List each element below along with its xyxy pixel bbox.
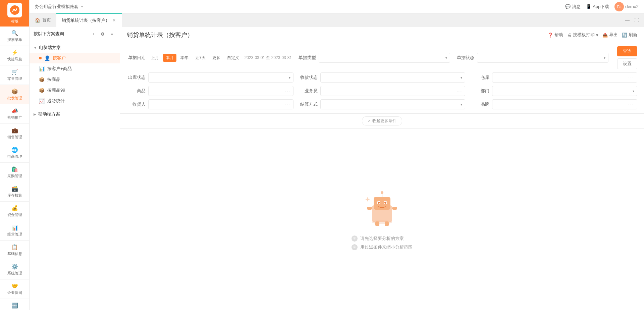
scheme-item-by-customer[interactable]: 👤 按客户 [30, 53, 120, 63]
scheme-group-desktop-header[interactable]: ▼ 电脑端方案 [30, 43, 120, 53]
scheme-add-button[interactable]: + [90, 30, 97, 38]
empty-hint-1: ① 请先选择要分析的方案 [352, 236, 413, 242]
hint-2-text: 用过滤条件来缩小分析范围 [360, 244, 413, 250]
brand-input[interactable]: ··· [492, 99, 637, 109]
scheme-item-by-product[interactable]: 📦 按商品 [30, 74, 120, 85]
tab-sales-stat[interactable]: 销货单统计表（按客户） ✕ [56, 13, 122, 27]
system-icon: ⚙️ [11, 263, 18, 270]
scheme-item-return-stat[interactable]: 📈 退货统计 [30, 96, 120, 106]
settlement-dropdown-icon: ▾ [461, 103, 462, 106]
header-dropdown-icon[interactable]: ▾ [81, 5, 83, 8]
salesperson-input[interactable]: ··· [320, 86, 466, 96]
print-icon: 🖨 [567, 33, 572, 38]
tab-home[interactable]: 🏠 首页 [30, 13, 56, 27]
tab-close-icon[interactable]: ✕ [112, 17, 116, 23]
date-btn-custom[interactable]: 自定义 [224, 54, 242, 62]
sidebar-item-shortcut[interactable]: ⚡ 快捷导航 [0, 46, 29, 65]
scheme-group-desktop: ▼ 电脑端方案 👤 按客户 📊 按客户+商品 📦 按商品 📦 [30, 41, 120, 108]
user-profile[interactable]: Ea demo2 [614, 2, 639, 11]
svg-rect-12 [375, 221, 379, 226]
date-btn-last-7days[interactable]: 近7天 [193, 54, 208, 62]
doc-status-input[interactable]: ▾ [477, 53, 608, 63]
hint-2-num: ② [352, 244, 358, 250]
sidebar-item-inventory[interactable]: 🗃️ 库存核算 [0, 182, 29, 202]
page-title-row: 销货单统计表（按客户） ❓ 帮助 🖨 按模板打印 ▾ 📤 [127, 31, 637, 39]
sidebar-item-wholesale[interactable]: 📦 批发管理 [0, 85, 29, 104]
sidebar: 标版 🔍 搜索菜单 ⚡ 快捷导航 🛒 零售管理 📦 批发管理 📣 营销推广 💼 … [0, 0, 30, 310]
sidebar-item-search[interactable]: 🔍 搜索菜单 [0, 27, 29, 46]
filter-brand-field: 品牌 ··· [471, 99, 637, 109]
app-download-action[interactable]: 📱 App下载 [586, 4, 609, 10]
filter-row-3: 商品 ··· 业务员 ··· 部门 [127, 86, 637, 96]
product-input[interactable]: ··· [148, 86, 293, 96]
print-dropdown-icon: ▾ [596, 33, 598, 38]
settlement-input[interactable]: ▾ [320, 99, 466, 109]
collapse-conditions-button[interactable]: ∧ 收起更多条件 [362, 116, 402, 125]
svg-point-9 [381, 191, 383, 194]
refresh-action[interactable]: 🔄 刷新 [622, 32, 637, 38]
enterprise-icon: 🤝 [11, 283, 18, 289]
doc-type-input[interactable]: ▾ [319, 53, 450, 63]
page-content: 按以下方案查询 + ⚙ « ▼ 电脑端方案 👤 按客户 📊 [30, 27, 644, 310]
maximize-button[interactable]: ⛶ [633, 17, 640, 23]
brand-dots: ··· [628, 102, 634, 107]
out-status-label: 出库状态 [127, 74, 146, 81]
receiver-input[interactable]: ··· [148, 99, 293, 109]
scheme-panel: 按以下方案查询 + ⚙ « ▼ 电脑端方案 👤 按客户 📊 [30, 27, 120, 310]
help-action[interactable]: ❓ 帮助 [548, 32, 563, 38]
date-btn-this-month[interactable]: 本月 [163, 54, 176, 62]
scheme-item-by-customer-product[interactable]: 📊 按客户+商品 [30, 63, 120, 74]
sidebar-item-marketing[interactable]: 📣 营销推广 [0, 104, 29, 124]
scheme-item-by-product-99[interactable]: 📦 按商品99 [30, 85, 120, 96]
scheme-collapse-button[interactable]: « [108, 30, 116, 38]
logo[interactable]: 标版 [0, 0, 29, 27]
sidebar-item-sales[interactable]: 💼 销售管理 [0, 124, 29, 143]
payment-status-dropdown-icon: ▾ [461, 76, 462, 80]
message-action[interactable]: 💬 消息 [565, 4, 581, 10]
query-button[interactable]: 查询 [617, 46, 637, 56]
date-filter-buttons: 上月 本月 本年 近7天 更多 自定义 2023-03-01 至 2023-03… [148, 54, 292, 62]
filter-salesperson-field: 业务员 ··· [299, 86, 466, 96]
hint-1-text: 请先选择要分析的方案 [360, 236, 404, 242]
department-dropdown-icon: ▾ [633, 89, 634, 93]
retail-icon: 🛒 [11, 69, 18, 75]
scheme-settings-button[interactable]: ⚙ [99, 30, 106, 38]
hint-1-num: ① [352, 236, 358, 242]
template-print-action[interactable]: 🖨 按模板打印 ▾ [567, 32, 598, 38]
filter-payment-status-field: 收款状态 ▾ [299, 72, 466, 83]
date-btn-this-year[interactable]: 本年 [178, 54, 191, 62]
header-right: 💬 消息 📱 App下载 Ea demo2 [565, 2, 639, 11]
finance-icon: 💰 [11, 205, 18, 211]
payment-status-input[interactable]: ▾ [320, 72, 466, 83]
warehouse-label: 仓库 [471, 74, 489, 81]
date-btn-more[interactable]: 更多 [210, 54, 223, 62]
sidebar-item-purchase[interactable]: 🛍️ 采购管理 [0, 163, 29, 182]
sidebar-nav: 🔍 搜索菜单 ⚡ 快捷导航 🛒 零售管理 📦 批发管理 📣 营销推广 💼 销售管… [0, 27, 29, 310]
sidebar-item-finance[interactable]: 💰 资金管理 [0, 202, 29, 221]
scheme-group-mobile-header[interactable]: ▶ 移动端方案 [30, 109, 120, 119]
operation-icon: 📊 [11, 224, 18, 231]
sidebar-item-retail[interactable]: 🛒 零售管理 [0, 65, 29, 85]
filter-product-field: 商品 ··· [127, 86, 293, 96]
department-input[interactable]: ▾ [492, 86, 637, 96]
export-icon: 📤 [602, 33, 608, 38]
page-title: 销货单统计表（按客户） [127, 31, 193, 39]
sidebar-item-guide[interactable]: 🆕 新手引导 [0, 299, 29, 310]
settings-button[interactable]: 设置 [617, 58, 637, 69]
sidebar-item-ecommerce[interactable]: 🌐 电商管理 [0, 143, 29, 163]
sidebar-item-operation[interactable]: 📊 经营管理 [0, 221, 29, 241]
out-status-input[interactable]: ▾ [148, 72, 293, 83]
date-btn-last-month[interactable]: 上月 [148, 54, 162, 62]
search-icon: 🔍 [11, 30, 18, 36]
sidebar-item-basic[interactable]: 📋 基础信息 [0, 241, 29, 260]
sidebar-item-enterprise[interactable]: 🤝 企业协同 [0, 279, 29, 299]
minimize-button[interactable]: — [624, 17, 631, 23]
warehouse-dots: ··· [628, 75, 634, 80]
empty-illustration [362, 189, 402, 229]
wholesale-icon: 📦 [11, 88, 18, 95]
export-action[interactable]: 📤 导出 [602, 32, 618, 38]
sidebar-item-system[interactable]: ⚙️ 系统管理 [0, 260, 29, 279]
warehouse-input[interactable]: ··· [492, 72, 637, 83]
receiver-label: 收货人 [127, 101, 146, 107]
header-left: 办公用品行业模拟账套 ▾ [35, 4, 83, 10]
